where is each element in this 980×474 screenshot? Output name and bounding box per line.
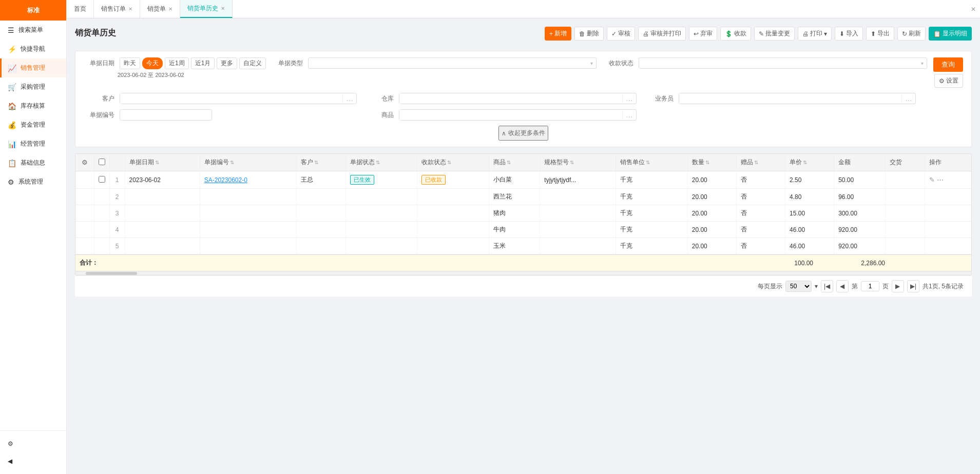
sidebar-item-basic-info[interactable]: 📋 基础信息 (0, 153, 66, 172)
goods-input[interactable] (399, 110, 622, 120)
row-action-cell (925, 238, 971, 254)
th-unit[interactable]: 销售单位 ⇅ (616, 154, 687, 171)
sidebar-item-search-menu[interactable]: ☰ 搜索菜单 (0, 21, 66, 40)
filter-settings-button[interactable]: ⚙ 设置 (934, 74, 963, 88)
doc-type-label: 单据类型 (272, 59, 303, 68)
date-btn-yesterday[interactable]: 昨天 (120, 57, 140, 69)
th-doc-num[interactable]: 单据编号 ⇅ (200, 154, 297, 171)
show-detail-button[interactable]: 📋 显示明细 (929, 27, 972, 41)
tab-sales-history-close[interactable]: ✕ (221, 6, 225, 11)
sidebar-item-label: 系统管理 (18, 177, 43, 186)
scrollbar-thumb[interactable] (86, 272, 137, 275)
sidebar-bottom-collapse[interactable]: ◀ (0, 452, 66, 470)
tab-sales-history[interactable]: 销货单历史 ✕ (180, 0, 233, 18)
th-checkbox[interactable] (94, 154, 109, 171)
collapse-button[interactable]: ∧ 收起更多条件 (498, 126, 548, 141)
select-all-checkbox[interactable] (99, 159, 105, 165)
th-price[interactable]: 单价 ⇅ (785, 154, 834, 171)
th-pay-status[interactable]: 收款状态 ⇅ (417, 154, 489, 171)
th-gift[interactable]: 赠品 ⇅ (736, 154, 785, 171)
first-page-button[interactable]: |◀ (821, 280, 833, 292)
sidebar-item-stock-calc[interactable]: 🏠 库存核算 (0, 96, 66, 115)
payment-status-select[interactable] (639, 58, 918, 68)
th-date[interactable]: 单据日期 ⇅ (125, 154, 200, 171)
th-amount: 金额 (834, 154, 886, 171)
customer-input[interactable] (120, 93, 342, 104)
th-doc-status[interactable]: 单据状态 ⇅ (345, 154, 417, 171)
docnum-sort-icon: ⇅ (230, 160, 234, 165)
row-checkbox-cell[interactable] (94, 171, 109, 189)
price-sort-icon: ⇅ (803, 160, 807, 165)
print-button[interactable]: 🖨 打印 ▾ (798, 27, 832, 41)
stock-calc-icon: 🏠 (8, 102, 16, 110)
audit-print-button[interactable]: 🖨 审核并打印 (638, 27, 686, 41)
date-btn-custom[interactable]: 自定义 (239, 57, 266, 69)
sidebar-item-sys-mgmt[interactable]: ⚙ 系统管理 (0, 172, 66, 191)
refresh-button[interactable]: ↻ 刷新 (897, 27, 926, 41)
salesperson-dots-icon[interactable]: … (901, 94, 915, 103)
tab-more-icon[interactable]: ✕ (971, 6, 976, 13)
row-more-icon[interactable]: ⋯ (937, 176, 944, 184)
sidebar-item-quick-nav[interactable]: ⚡ 快捷导航 (0, 40, 66, 58)
sidebar-bottom-settings[interactable]: ⚙ (0, 435, 66, 452)
row-unit-cell: 千克 (616, 171, 687, 189)
warehouse-input[interactable] (399, 93, 622, 104)
collect-button[interactable]: 💲 收款 (720, 27, 751, 41)
doc-num-link[interactable]: SA-20230602-0 (204, 176, 247, 184)
row-checkbox-cell[interactable] (94, 222, 109, 238)
date-btn-more[interactable]: 更多 (217, 57, 237, 69)
footer-total-qty: 100.00 (731, 260, 823, 267)
row-checkbox-cell[interactable] (94, 238, 109, 254)
doc-number-input[interactable] (120, 109, 212, 121)
query-button[interactable]: 查询 (933, 57, 963, 72)
content-area: 销货单历史 + 新增 🗑 删除 ✓ 审核 🖨 审核并打印 (67, 18, 980, 474)
column-settings-icon[interactable]: ⚙ (82, 159, 88, 166)
batch-change-icon: ✎ (759, 30, 764, 37)
row-delivery-cell (886, 222, 925, 238)
row-customer-cell (297, 189, 345, 205)
audit-button[interactable]: ✓ 审核 (607, 27, 635, 41)
doc-type-select[interactable] (309, 58, 587, 68)
goods-dots-icon[interactable]: … (622, 111, 636, 119)
page-size-select[interactable]: 50 100 (785, 281, 812, 292)
last-page-button[interactable]: ▶| (907, 280, 919, 292)
th-customer[interactable]: 客户 ⇅ (297, 154, 345, 171)
date-btn-today[interactable]: 今天 (142, 57, 163, 69)
tab-sales-delivery[interactable]: 销货单 ✕ (140, 0, 180, 18)
tab-sales-order[interactable]: 销售订单 ✕ (94, 0, 140, 18)
salesperson-input[interactable] (679, 93, 901, 104)
sidebar-item-purchase-mgmt[interactable]: 🛒 采购管理 (0, 77, 66, 96)
tab-sales-delivery-close[interactable]: ✕ (168, 6, 172, 12)
sidebar-item-funds-mgmt[interactable]: 💰 资金管理 (0, 115, 66, 134)
row-checkbox[interactable] (99, 176, 105, 183)
import-button[interactable]: ⬇ 导入 (835, 27, 863, 41)
horizontal-scrollbar[interactable] (75, 271, 971, 275)
row-checkbox-cell[interactable] (94, 189, 109, 205)
next-page-button[interactable]: ▶ (892, 280, 904, 292)
row-edit-icon[interactable]: ✎ (929, 176, 935, 184)
row-checkbox-cell[interactable] (94, 205, 109, 222)
sidebar-item-label: 采购管理 (21, 83, 45, 91)
customer-dots-icon[interactable]: … (342, 94, 356, 103)
tab-sales-order-close[interactable]: ✕ (128, 6, 132, 12)
export-button[interactable]: ⬆ 导出 (866, 27, 894, 41)
th-spec[interactable]: 规格型号 ⇅ (540, 154, 616, 171)
date-btn-last1month[interactable]: 近1月 (191, 57, 215, 69)
table-row: 1 2023-06-02 SA-20230602-0 王总 已生效 已收款 小白… (75, 171, 971, 189)
prev-page-button[interactable]: ◀ (836, 280, 849, 292)
th-qty[interactable]: 数量 ⇅ (687, 154, 736, 171)
warehouse-dots-icon[interactable]: … (622, 94, 636, 103)
gift-sort-icon: ⇅ (754, 160, 758, 165)
delete-button[interactable]: 🗑 删除 (574, 27, 604, 41)
sidebar-item-sales-mgmt[interactable]: 📈 销售管理 (0, 58, 66, 77)
new-button[interactable]: + 新增 (545, 27, 571, 41)
abandon-button[interactable]: ↩ 弃审 (689, 27, 717, 41)
row-amount-cell: 50.00 (834, 171, 886, 189)
date-btn-last7days[interactable]: 近1周 (165, 57, 189, 69)
batch-change-button[interactable]: ✎ 批量变更 (754, 27, 795, 41)
th-goods[interactable]: 商品 ⇅ (489, 154, 540, 171)
sidebar-item-ops-mgmt[interactable]: 📊 经营管理 (0, 134, 66, 153)
page-number-input[interactable] (861, 281, 879, 291)
tab-home[interactable]: 首页 (67, 0, 94, 18)
th-settings[interactable]: ⚙ (75, 154, 94, 171)
